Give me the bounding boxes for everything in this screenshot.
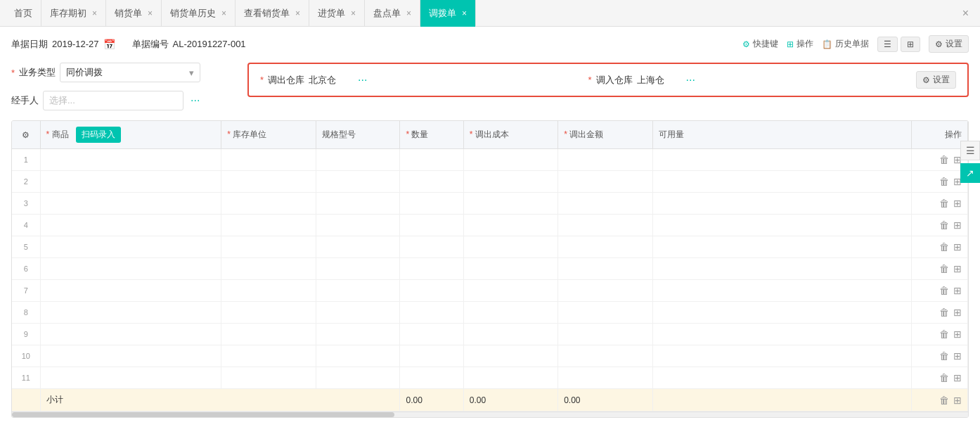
row-unit-2[interactable] (221, 171, 316, 193)
row-spec-5[interactable] (316, 236, 400, 258)
warehouse-settings-button[interactable]: ⚙ 设置 (916, 71, 956, 89)
row-spec-11[interactable] (316, 367, 400, 389)
row-unit-6[interactable] (221, 258, 316, 280)
row-cost-10[interactable] (463, 345, 557, 367)
row-qty-9[interactable] (400, 324, 463, 345)
copy-row-icon-10[interactable]: ⊞ (953, 350, 962, 362)
scan-input-button[interactable]: 扫码录入 (76, 127, 121, 143)
row-available-3[interactable] (652, 193, 911, 215)
row-unit-5[interactable] (221, 236, 316, 258)
row-product-2[interactable] (40, 171, 221, 193)
row-cost-11[interactable] (463, 367, 557, 389)
row-product-10[interactable] (40, 345, 221, 367)
row-product-4[interactable] (40, 215, 221, 236)
row-qty-5[interactable] (400, 236, 463, 258)
row-available-6[interactable] (652, 258, 911, 280)
row-amount-1[interactable] (558, 149, 652, 171)
row-spec-8[interactable] (316, 302, 400, 324)
row-available-11[interactable] (652, 367, 911, 389)
tab-close-inventory-init[interactable]: × (92, 8, 97, 18)
tab-close-sales-history[interactable]: × (221, 8, 226, 18)
row-amount-6[interactable] (558, 258, 652, 280)
shortcuts-button[interactable]: ⚙ 快捷键 (742, 38, 778, 50)
tab-home[interactable]: 首页 (6, 0, 41, 27)
delete-row-icon-9[interactable]: 🗑 (939, 329, 949, 340)
delete-row-icon-10[interactable]: 🗑 (939, 350, 949, 362)
tab-inventory-init[interactable]: 库存期初 × (41, 0, 106, 27)
row-amount-3[interactable] (558, 193, 652, 215)
delete-row-icon-6[interactable]: 🗑 (939, 263, 949, 274)
row-unit-9[interactable] (221, 324, 316, 345)
row-available-4[interactable] (652, 215, 911, 236)
row-available-8[interactable] (652, 302, 911, 324)
row-available-2[interactable] (652, 171, 911, 193)
warehouse-out-more-button[interactable]: ··· (355, 72, 370, 88)
row-product-6[interactable] (40, 258, 221, 280)
settings-button[interactable]: ⚙ 设置 (929, 35, 969, 53)
subtotal-delete-icon[interactable]: 🗑 (939, 395, 949, 406)
row-amount-11[interactable] (558, 367, 652, 389)
row-product-7[interactable] (40, 280, 221, 302)
row-spec-6[interactable] (316, 258, 400, 280)
tab-sales-history[interactable]: 销货单历史 × (162, 0, 236, 27)
row-cost-5[interactable] (463, 236, 557, 258)
row-qty-10[interactable] (400, 345, 463, 367)
row-cost-1[interactable] (463, 149, 557, 171)
delete-row-icon-1[interactable]: 🗑 (939, 154, 949, 165)
row-product-5[interactable] (40, 236, 221, 258)
history-button[interactable]: 📋 历史单据 (822, 38, 869, 50)
row-cost-9[interactable] (463, 324, 557, 345)
row-unit-1[interactable] (221, 149, 316, 171)
tab-purchase[interactable]: 进货单 × (309, 0, 365, 27)
row-qty-7[interactable] (400, 280, 463, 302)
delete-row-icon-4[interactable]: 🗑 (939, 219, 949, 231)
copy-row-icon-11[interactable]: ⊞ (953, 372, 962, 383)
row-qty-1[interactable] (400, 149, 463, 171)
grid-view-button[interactable]: ⊞ (901, 37, 920, 52)
tab-transfer[interactable]: 调拨单 × (420, 0, 476, 27)
tab-close-view-sales[interactable]: × (295, 8, 300, 18)
operations-button[interactable]: ⊞ 操作 (787, 38, 813, 50)
row-unit-11[interactable] (221, 367, 316, 389)
row-available-5[interactable] (652, 236, 911, 258)
delete-row-icon-3[interactable]: 🗑 (939, 198, 949, 209)
delete-row-icon-5[interactable]: 🗑 (939, 241, 949, 253)
row-qty-6[interactable] (400, 258, 463, 280)
copy-row-icon-5[interactable]: ⊞ (953, 241, 962, 253)
warehouse-in-more-button[interactable]: ··· (683, 72, 698, 88)
copy-row-icon-8[interactable]: ⊞ (953, 307, 962, 318)
row-product-8[interactable] (40, 302, 221, 324)
copy-row-icon-9[interactable]: ⊞ (953, 329, 962, 340)
row-qty-3[interactable] (400, 193, 463, 215)
row-cost-8[interactable] (463, 302, 557, 324)
right-list-button[interactable]: ☰ (960, 141, 980, 160)
row-cost-7[interactable] (463, 280, 557, 302)
tab-sales-order[interactable]: 销货单 × (106, 0, 162, 27)
row-available-9[interactable] (652, 324, 911, 345)
row-available-10[interactable] (652, 345, 911, 367)
scrollbar-thumb[interactable] (12, 412, 394, 417)
row-cost-6[interactable] (463, 258, 557, 280)
row-product-1[interactable] (40, 149, 221, 171)
row-qty-2[interactable] (400, 171, 463, 193)
copy-row-icon-7[interactable]: ⊞ (953, 285, 962, 296)
row-product-3[interactable] (40, 193, 221, 215)
tab-close-sales-order[interactable]: × (148, 8, 153, 18)
row-amount-9[interactable] (558, 324, 652, 345)
horizontal-scrollbar[interactable] (12, 412, 968, 417)
row-unit-4[interactable] (221, 215, 316, 236)
row-product-9[interactable] (40, 324, 221, 345)
copy-row-icon-6[interactable]: ⊞ (953, 263, 962, 274)
copy-row-icon-3[interactable]: ⊞ (953, 198, 962, 209)
row-spec-7[interactable] (316, 280, 400, 302)
window-close-button[interactable]: × (957, 7, 974, 20)
row-available-1[interactable] (652, 149, 911, 171)
row-amount-7[interactable] (558, 280, 652, 302)
row-cost-2[interactable] (463, 171, 557, 193)
row-spec-2[interactable] (316, 171, 400, 193)
row-amount-5[interactable] (558, 236, 652, 258)
handler-select[interactable]: 选择... (43, 91, 183, 110)
tab-close-transfer[interactable]: × (462, 8, 467, 18)
row-qty-8[interactable] (400, 302, 463, 324)
row-qty-4[interactable] (400, 215, 463, 236)
